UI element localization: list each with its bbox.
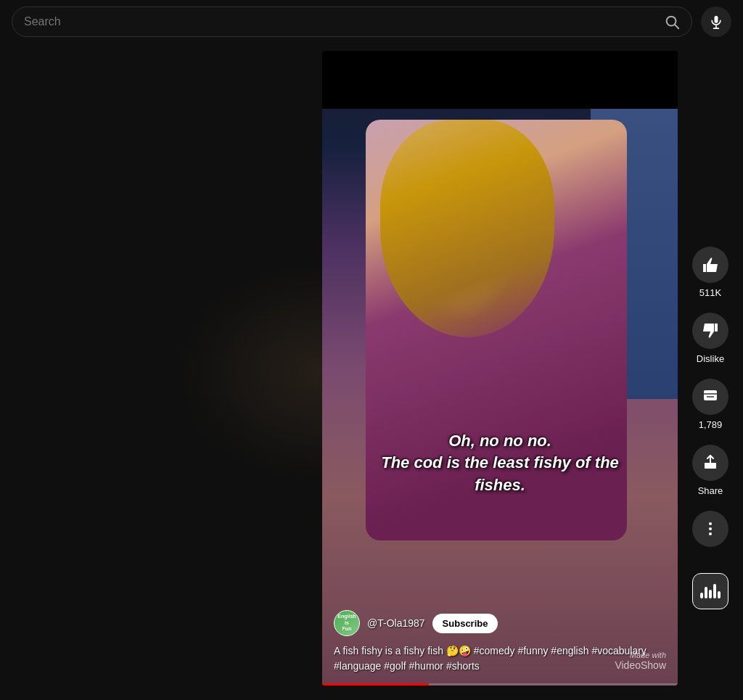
like-count: 511K bbox=[699, 287, 721, 298]
sound-bar-2 bbox=[705, 587, 707, 598]
sound-bar-3 bbox=[709, 590, 712, 598]
videoshow-made-text: Made with bbox=[615, 651, 666, 659]
svg-rect-2 bbox=[715, 16, 718, 23]
progress-bar[interactable] bbox=[322, 683, 678, 685]
share-button[interactable] bbox=[692, 445, 728, 481]
dot-3 bbox=[709, 532, 712, 535]
search-bar bbox=[12, 7, 692, 37]
progress-fill bbox=[322, 683, 429, 685]
sound-bar-4 bbox=[713, 584, 716, 598]
mic-button[interactable] bbox=[701, 7, 731, 37]
more-action[interactable] bbox=[692, 511, 728, 547]
black-bar-top bbox=[322, 51, 678, 109]
header bbox=[0, 0, 743, 44]
dislike-button[interactable] bbox=[692, 313, 728, 349]
comments-action[interactable]: 1,789 bbox=[692, 379, 728, 430]
videoshow-watermark: Made with VideoShow bbox=[615, 651, 666, 671]
main-content: Oh, no no no.The cod is the least fishy … bbox=[0, 44, 743, 700]
dot-2 bbox=[709, 527, 712, 530]
subtitle-overlay: Oh, no no no.The cod is the least fishy … bbox=[322, 430, 678, 497]
right-sidebar: 511K Dislike 1,789 bbox=[678, 44, 743, 700]
comments-button[interactable] bbox=[692, 379, 728, 415]
channel-avatar: EnglishisFun bbox=[334, 610, 360, 636]
sound-button[interactable] bbox=[692, 573, 728, 609]
dislike-action[interactable]: Dislike bbox=[692, 313, 728, 364]
sound-bars bbox=[700, 584, 721, 598]
dislike-label: Dislike bbox=[697, 353, 724, 364]
videoshow-brand-text: VideoShow bbox=[615, 659, 666, 671]
subtitle-text: Oh, no no no.The cod is the least fishy … bbox=[344, 430, 656, 497]
sound-action[interactable] bbox=[692, 567, 728, 609]
svg-rect-5 bbox=[704, 390, 717, 400]
sound-bar-1 bbox=[700, 593, 703, 598]
dot-1 bbox=[709, 522, 712, 525]
subscribe-button[interactable]: Subscribe bbox=[432, 614, 498, 633]
video-bottom-overlay: EnglishisFun @T-Ola1987 Subscribe A fish… bbox=[322, 610, 678, 683]
share-label: Share bbox=[698, 485, 723, 496]
more-button[interactable] bbox=[692, 511, 728, 547]
channel-name[interactable]: @T-Ola1987 bbox=[367, 617, 425, 629]
video-scene: Oh, no no no.The cod is the least fishy … bbox=[322, 51, 678, 685]
like-action[interactable]: 511K bbox=[692, 247, 728, 298]
search-button[interactable] bbox=[664, 14, 680, 30]
video-container[interactable]: Oh, no no no.The cod is the least fishy … bbox=[322, 51, 678, 685]
like-button[interactable] bbox=[692, 247, 728, 283]
comments-count: 1,789 bbox=[699, 419, 723, 430]
sound-bar-5 bbox=[718, 591, 721, 598]
avatar-inner: EnglishisFun bbox=[337, 614, 356, 632]
share-action[interactable]: Share bbox=[692, 445, 728, 496]
figure-hair bbox=[380, 120, 554, 337]
channel-row: EnglishisFun @T-Ola1987 Subscribe bbox=[334, 610, 666, 636]
search-input[interactable] bbox=[24, 15, 657, 28]
svg-point-0 bbox=[667, 17, 676, 26]
left-area bbox=[0, 44, 322, 700]
svg-line-1 bbox=[676, 25, 679, 29]
